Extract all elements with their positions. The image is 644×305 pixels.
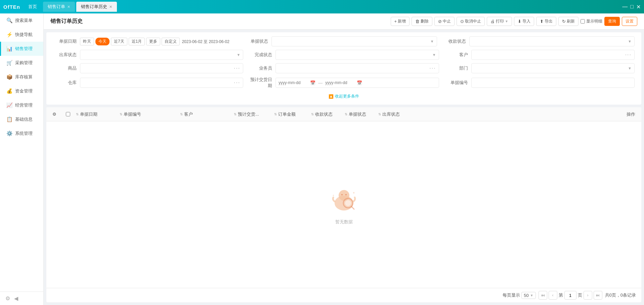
sidebar-item-sales[interactable]: 📊 销售管理 [0,42,43,56]
print-button[interactable]: 🖨 打印 ▼ [487,17,512,26]
page-size-select-box[interactable]: 50 ▼ [521,292,535,299]
last-page-button[interactable]: ⏭ [594,291,602,300]
tab-sales-order[interactable]: 销售订单 ✕ [43,2,75,12]
table-col-doc-status[interactable]: ⇅ 单据状态 [342,111,376,117]
first-page-button[interactable]: ⏮ [539,291,547,300]
date-today-btn[interactable]: 今天 [95,38,110,45]
table-col-warehouse-status[interactable]: ⇅ 出库状态 [376,111,409,117]
sidebar-item-purchase[interactable]: 🛒 采购管理 [0,56,43,70]
sort-icon-amount: ⇅ [274,112,277,116]
svg-point-3 [345,194,347,195]
payment-dropdown[interactable]: ▼ [469,36,635,46]
sidebar-item-basic-info[interactable]: 📋 基础信息 [0,112,43,126]
page-size-value: 50 [524,293,528,298]
sidebar-settings-icon[interactable]: ⚙ [5,295,10,302]
warehouse-out-dropdown[interactable]: ▼ [80,50,243,60]
sort-icon-payment: ⇅ [311,112,314,116]
delete-button[interactable]: 🗑 删除 [412,17,432,26]
page-number-input[interactable] [564,291,576,300]
sidebar-finance-label: 资金管理 [15,88,33,94]
settings-button[interactable]: 设置 [622,17,637,26]
collapse-row[interactable]: 🔼 收起更多条件 [53,92,635,101]
col-status-label: 单据状态 [349,111,366,117]
table-col-amount[interactable]: ⇅ 订单金额 [271,111,308,117]
query-button[interactable]: 查询 [604,17,620,26]
cancel-stop-label: 取消中止 [465,18,481,24]
customer-field[interactable]: ··· [471,50,635,60]
table-col-delivery[interactable]: ⇅ 预计交货... [231,111,271,117]
table-col-checkbox[interactable] [63,112,73,116]
refresh-button[interactable]: ↻ 刷新 [558,17,578,26]
minimize-icon[interactable]: — [622,4,628,10]
delivery-date-start[interactable] [278,80,309,85]
goods-label: 商品 [53,65,80,71]
table-col-payment-status[interactable]: ⇅ 收款状态 [308,111,342,117]
sidebar-item-operations[interactable]: 📈 经营管理 [0,98,43,112]
date-yesterday-btn[interactable]: 昨天 [80,38,94,45]
tab-sales-order-history[interactable]: 销售订单历史 ✕ [76,2,117,12]
page-size-selector: 每页显示 50 ▼ [503,292,535,299]
table-col-settings[interactable]: ⚙ [50,112,63,117]
sidebar-inventory-label: 库存核算 [15,74,33,80]
sidebar-collapse-icon[interactable]: ◀ [14,295,18,302]
salesman-field[interactable]: ··· [275,63,439,73]
import-button[interactable]: ⬇ 导入 [514,17,534,26]
refresh-icon: ↻ [562,19,566,24]
export-button[interactable]: ⬆ 导出 [536,17,556,26]
tab-home[interactable]: 首页 [24,2,42,12]
empty-text: 暂无数据 [335,219,353,225]
table-col-number[interactable]: ⇅ 单据编号 [117,111,177,117]
date-1month-btn[interactable]: 近1月 [129,38,145,45]
status-dropdown[interactable]: ▼ [271,36,437,46]
date-7days-btn[interactable]: 近7天 [111,38,127,45]
export-label: 导出 [545,18,553,24]
next-page-button[interactable]: › [584,291,592,300]
storage-field[interactable]: ··· [80,78,243,88]
goods-field[interactable]: ··· [80,63,243,73]
sidebar-bottom: ⚙ ◀ [0,292,43,305]
customer-label: 客户 [444,52,471,58]
svg-point-1 [339,190,349,201]
sidebar-item-inventory[interactable]: 📦 库存核算 [0,70,43,84]
complete-dropdown[interactable]: ▼ [275,50,439,60]
sort-icon-number: ⇅ [120,112,122,116]
sidebar-item-quicknav[interactable]: ⚡ 快捷导航 [0,28,43,42]
prev-page-button[interactable]: ‹ [549,291,557,300]
sales-order-tab-close[interactable]: ✕ [67,5,70,9]
status-label: 单据状态 [245,38,271,44]
storage-label: 仓库 [53,80,80,86]
stop-button[interactable]: ⊘ 中止 [434,17,455,26]
dept-dropdown[interactable]: ▼ [471,63,635,73]
sidebar-item-search[interactable]: 🔍 搜索菜单 [0,13,43,28]
page-size-label: 每页显示 [503,292,520,298]
table-col-customer[interactable]: ⇅ 客户 [177,111,231,117]
empty-illustration: ✦ ✦ 暂无数据 [327,185,361,225]
cancel-stop-button[interactable]: ⊙ 取消中止 [457,17,485,26]
col-date-label: 单据日期 [80,111,97,117]
maximize-icon[interactable]: □ [630,4,634,10]
cancel-stop-icon: ⊙ [460,19,464,24]
delivery-date-end[interactable] [325,80,355,85]
system-icon: ⚙️ [6,130,12,137]
svg-text:✦: ✦ [352,191,355,195]
delivery-date-end-calendar-icon[interactable]: 📅 [357,80,362,85]
new-button[interactable]: + 新增 [391,17,410,26]
select-all-checkbox[interactable] [66,112,70,116]
display-detail-checkbox[interactable] [581,19,585,24]
settings-gear-icon[interactable]: ⚙ [52,112,56,117]
table-col-date[interactable]: ⇅ 单据日期 [73,111,117,117]
date-custom-btn[interactable]: 自定义 [162,38,180,45]
filter-row-1: 单据日期 昨天 今天 近7天 近1月 更多 自定义 2023-06-02 至 2… [53,36,635,46]
sidebar-system-label: 系统管理 [15,130,33,137]
sidebar-item-system[interactable]: ⚙️ 系统管理 [0,126,43,141]
doc-number-field[interactable] [471,78,635,88]
stop-icon: ⊘ [438,19,442,24]
close-icon[interactable]: ✕ [636,4,641,10]
col-delivery-label: 预计交货... [238,111,259,117]
sidebar-item-finance[interactable]: 💰 资金管理 [0,84,43,98]
dept-arrow-icon: ▼ [628,66,632,70]
sales-order-history-tab-close[interactable]: ✕ [109,5,112,9]
date-more-btn[interactable]: 更多 [146,38,160,45]
date-filter-group: 昨天 今天 近7天 近1月 更多 自定义 2023-06-02 至 2023-0… [80,38,239,45]
delivery-date-start-calendar-icon[interactable]: 📅 [310,80,315,85]
